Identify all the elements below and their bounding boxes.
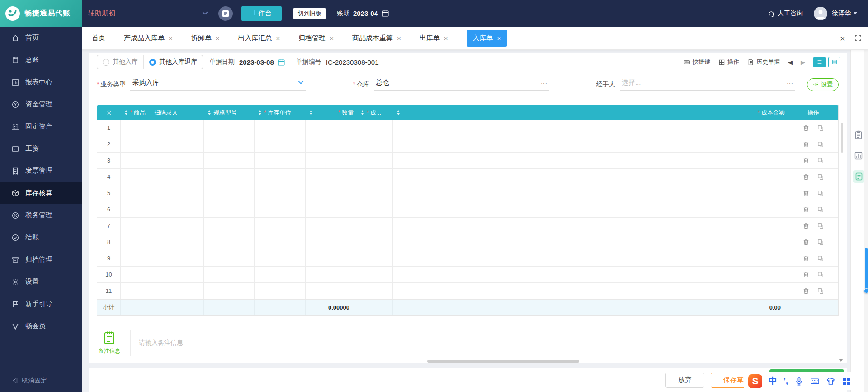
delete-row-icon[interactable] [802, 141, 810, 148]
cell-qty[interactable] [306, 218, 357, 234]
user-menu[interactable]: 徐泽华 [832, 10, 857, 18]
fullscreen-icon[interactable] [854, 34, 862, 42]
column-spec[interactable]: 规格型号 [204, 105, 255, 120]
cell-amount[interactable] [393, 185, 788, 201]
sidebar-item-ledger[interactable]: 总账 [0, 49, 82, 71]
delete-row-icon[interactable] [802, 222, 810, 229]
cell-product[interactable] [121, 218, 204, 234]
ime-chinese-mode[interactable]: 中 [769, 375, 777, 387]
next-doc-arrow[interactable]: ▶ [801, 59, 805, 66]
tab-close-icon[interactable]: × [444, 35, 448, 42]
tab-0[interactable]: 首页 [92, 34, 105, 43]
cell-qty[interactable] [306, 136, 357, 152]
cell-qty[interactable] [306, 234, 357, 250]
tab-7[interactable]: 入库单× [467, 30, 508, 47]
list-view-toggle[interactable] [813, 57, 826, 67]
account-book-selector[interactable]: 辅助期初 [88, 9, 208, 18]
ime-punctuation-mode[interactable]: ’, [783, 377, 788, 386]
table-scrollbar[interactable] [841, 123, 843, 153]
cell-amount[interactable] [393, 267, 788, 282]
sidebar-item-report[interactable]: 报表中心 [0, 71, 82, 93]
cell-amount[interactable] [393, 234, 788, 250]
cell-cost[interactable] [357, 218, 393, 234]
cell-product[interactable] [121, 169, 204, 185]
page-scrollbar-thumb[interactable] [865, 248, 868, 292]
delete-row-icon[interactable] [802, 157, 810, 164]
sogou-logo-icon[interactable]: S [748, 374, 762, 388]
page-scrollbar-track[interactable] [864, 50, 868, 392]
microphone-icon[interactable] [794, 377, 804, 386]
sort-icon[interactable] [208, 110, 211, 115]
scan-entry-link[interactable]: 扫码录入 [154, 109, 178, 117]
cell-product[interactable] [121, 136, 204, 152]
sort-icon[interactable] [124, 110, 128, 115]
sidebar-item-guide[interactable]: 新手引导 [0, 293, 82, 315]
column-qty[interactable]: 数量 [306, 105, 357, 120]
cell-qty[interactable] [306, 120, 357, 136]
cell-qty[interactable] [306, 267, 357, 282]
tab-6[interactable]: 出库单× [420, 34, 448, 43]
cell-cost[interactable] [357, 234, 393, 250]
tab-close-icon[interactable]: × [169, 35, 173, 42]
cell-amount[interactable] [393, 169, 788, 185]
cell-cost[interactable] [357, 185, 393, 201]
cell-unit[interactable] [255, 283, 306, 299]
horizontal-scrollbar[interactable] [427, 360, 579, 363]
copy-row-icon[interactable] [817, 239, 824, 246]
cell-product[interactable] [121, 185, 204, 201]
cell-unit[interactable] [255, 250, 306, 266]
copy-row-icon[interactable] [817, 124, 824, 132]
active-doc-panel-icon[interactable] [853, 170, 865, 183]
cell-qty[interactable] [306, 185, 357, 201]
delete-row-icon[interactable] [802, 173, 810, 181]
cell-unit[interactable] [255, 136, 306, 152]
cell-cost[interactable] [357, 120, 393, 136]
cell-unit[interactable] [255, 169, 306, 185]
cell-cost[interactable] [357, 169, 393, 185]
tab-close-icon[interactable]: × [276, 35, 280, 42]
support-button[interactable]: 人工咨询 [768, 10, 803, 18]
account-period[interactable]: 账期 2023-04 [337, 10, 389, 18]
cell-unit[interactable] [255, 201, 306, 217]
cell-product[interactable] [121, 250, 204, 266]
ellipsis-icon[interactable]: ... [787, 78, 793, 85]
cell-product[interactable] [121, 283, 204, 299]
calendar-icon[interactable] [278, 58, 285, 66]
cell-amount[interactable] [393, 250, 788, 266]
delete-row-icon[interactable] [802, 239, 810, 246]
cell-cost[interactable] [357, 136, 393, 152]
cell-spec[interactable] [204, 201, 255, 217]
tab-4[interactable]: 归档管理× [298, 34, 334, 43]
cell-amount[interactable] [393, 201, 788, 217]
cell-qty[interactable] [306, 153, 357, 168]
copy-row-icon[interactable] [817, 222, 824, 229]
cell-product[interactable] [121, 120, 204, 136]
handler-select[interactable]: 选择... ... [620, 78, 795, 91]
sidebar-item-home[interactable]: 首页 [0, 27, 82, 49]
sidebar-item-inventory[interactable]: 库存核算 [0, 182, 82, 204]
cell-cost[interactable] [357, 283, 393, 299]
cell-spec[interactable] [204, 250, 255, 266]
tab-close-icon[interactable]: × [497, 35, 501, 42]
history-docs-button[interactable]: 历史单据 [747, 58, 780, 66]
biz-type-select[interactable]: 采购入库 [130, 78, 306, 91]
copy-row-icon[interactable] [817, 255, 824, 262]
radio-other-inbound[interactable]: 其他入库 [97, 55, 143, 69]
sidebar-item-invoice[interactable]: 发票管理 [0, 160, 82, 182]
delete-row-icon[interactable] [802, 206, 810, 213]
copy-row-icon[interactable] [817, 287, 824, 295]
cell-spec[interactable] [204, 169, 255, 185]
cell-spec[interactable] [204, 120, 255, 136]
tab-5[interactable]: 商品成本重算× [352, 34, 401, 43]
cell-unit[interactable] [255, 267, 306, 282]
ellipsis-icon[interactable]: ... [541, 78, 547, 85]
cell-amount[interactable] [393, 136, 788, 152]
sidebar-item-settings[interactable]: 设置 [0, 271, 82, 293]
cell-qty[interactable] [306, 250, 357, 266]
column-cost[interactable]: 成... [357, 105, 393, 120]
tab-1[interactable]: 产成品入库单× [124, 34, 173, 43]
tab-close-icon[interactable]: × [397, 35, 401, 42]
sort-icon[interactable] [361, 110, 364, 115]
cell-spec[interactable] [204, 283, 255, 299]
calendar-icon[interactable] [382, 10, 389, 17]
